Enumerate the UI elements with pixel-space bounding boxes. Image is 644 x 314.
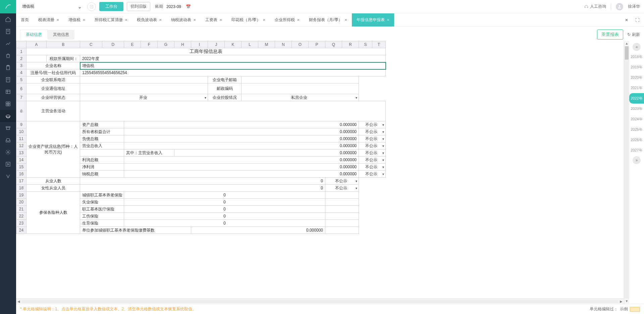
scroll-up-icon[interactable]: ▲ [624, 41, 629, 46]
tab-close-icon[interactable]: ✕ [159, 18, 162, 22]
spreadsheet[interactable]: ABCDEFGHIJKLMNOPQRST1工商年报信息表2税款所属期间：2022… [16, 41, 386, 234]
col-C[interactable]: C [80, 41, 102, 48]
tab-close-icon[interactable]: ✕ [344, 18, 347, 22]
row-12[interactable]: 12 [16, 142, 26, 149]
row-5[interactable]: 5 [16, 76, 26, 83]
col-B[interactable]: B [47, 41, 80, 48]
year-2020年[interactable]: 2020年 [629, 72, 644, 83]
vertical-scrollbar[interactable]: ▲ ▼ [624, 41, 629, 304]
nav-calc-icon[interactable] [0, 74, 16, 86]
workbench-button[interactable]: 工作台 [99, 2, 123, 11]
row-1[interactable]: 1 [16, 48, 26, 55]
row-14[interactable]: 14 [16, 156, 26, 164]
row-7[interactable]: 7 [16, 94, 26, 101]
row-11[interactable]: 11 [16, 135, 26, 142]
subtab-other[interactable]: 其他信息 [48, 30, 74, 40]
nav-archive-icon[interactable] [0, 122, 16, 134]
row-17[interactable]: 17 [16, 178, 26, 185]
col-L[interactable]: L [241, 41, 258, 48]
year-2019年[interactable]: 2019年 [629, 62, 644, 72]
year-2023年[interactable]: 2023年 [629, 104, 644, 114]
tab-close-icon[interactable]: ✕ [263, 18, 265, 22]
row-21[interactable]: 21 [16, 206, 26, 213]
row-19[interactable]: 19 [16, 192, 26, 199]
tab-首页[interactable]: 首页 [16, 13, 34, 26]
tab-所得税汇算清缴[interactable]: 所得税汇算清缴✕ [90, 13, 132, 26]
col-G[interactable]: G [158, 41, 174, 48]
cell-company-name[interactable]: 增值税 [80, 62, 386, 69]
nav-chart-icon[interactable] [0, 38, 16, 50]
col-Q[interactable]: Q [325, 41, 342, 48]
tab-close-icon[interactable]: ✕ [297, 18, 300, 22]
scroll-down-icon[interactable]: ▼ [624, 299, 629, 304]
nav-table-icon[interactable] [0, 86, 16, 98]
row-16[interactable]: 16 [16, 171, 26, 178]
col-J[interactable]: J [208, 41, 225, 48]
col-N[interactable]: N [275, 41, 292, 48]
col-D[interactable]: D [102, 41, 124, 48]
col-H[interactable]: H [174, 41, 191, 48]
company-select[interactable]: 增值税 ⌄ [20, 4, 84, 9]
row-22[interactable]: 22 [16, 213, 26, 220]
tab-财务报表（月/季）[interactable]: 财务报表（月/季）✕ [304, 13, 352, 26]
scroll-left-icon[interactable]: ◀ [16, 300, 21, 303]
tab-close-icon[interactable]: ✕ [193, 18, 196, 22]
nav-v-icon[interactable] [0, 170, 16, 182]
row-3[interactable]: 3 [16, 62, 26, 69]
tab-close-icon[interactable]: ✕ [56, 18, 59, 22]
row-24[interactable]: 24 [16, 227, 26, 234]
col-F[interactable]: F [141, 41, 158, 48]
note-icon-button[interactable] [87, 2, 96, 11]
nav-clipboard-icon[interactable] [0, 62, 16, 74]
year-2026年[interactable]: 2026年 [629, 135, 644, 145]
row-13[interactable]: 13 [16, 149, 26, 156]
nav-play-icon[interactable] [0, 158, 16, 170]
tab-工资表[interactable]: 工资表✕ [201, 13, 227, 26]
nav-bowl-icon[interactable] [0, 110, 16, 122]
year-2024年[interactable]: 2024年 [629, 114, 644, 124]
row-2[interactable]: 2 [16, 55, 26, 62]
col-E[interactable]: E [124, 41, 141, 48]
row-18[interactable]: 18 [16, 185, 26, 192]
tab-企业所得税[interactable]: 企业所得税✕ [270, 13, 304, 26]
tab-纳税波动表[interactable]: 纳税波动表✕ [166, 13, 201, 26]
row-6[interactable]: 6 [16, 83, 26, 94]
tab-close-icon[interactable]: ✕ [219, 18, 222, 22]
scroll-right-icon[interactable]: ▶ [619, 300, 624, 303]
avatar[interactable] [616, 3, 623, 10]
period-value[interactable]: 2023-09 [166, 4, 181, 9]
col-I[interactable]: I [191, 41, 208, 48]
row-15[interactable]: 15 [16, 164, 26, 171]
col-K[interactable]: K [225, 41, 241, 48]
tab-税负波动表[interactable]: 税负波动表✕ [132, 13, 166, 26]
row-4[interactable]: 4 [16, 69, 26, 76]
close-all-tabs[interactable]: ✕ [623, 16, 631, 24]
consult-link[interactable]: 人工咨询 [584, 4, 606, 9]
col-P[interactable]: P [309, 41, 325, 48]
horizontal-scrollbar[interactable]: ◀ ▶ [16, 299, 624, 304]
year-2021年[interactable]: 2021年 [629, 83, 644, 93]
nav-bag-icon[interactable] [0, 50, 16, 62]
tab-税表清册[interactable]: 税表清册✕ [34, 13, 64, 26]
col-T[interactable]: T [372, 41, 386, 48]
app-logo[interactable] [0, 0, 16, 13]
tab-close-icon[interactable]: ✕ [125, 18, 127, 22]
calendar-icon[interactable]: 📅 [186, 4, 191, 9]
tab-印花税（月/季）[interactable]: 印花税（月/季）✕ [227, 13, 270, 26]
switch-old-button[interactable]: 切到旧版 [127, 2, 150, 11]
nav-inbox-icon[interactable] [0, 134, 16, 146]
col-R[interactable]: R [342, 41, 359, 48]
row-10[interactable]: 10 [16, 128, 26, 135]
row-8[interactable]: 8 [16, 101, 26, 121]
reset-report-button[interactable]: 重置报表 [597, 29, 623, 40]
nav-home-icon[interactable] [0, 13, 16, 25]
subtab-basic[interactable]: 基础信息 [20, 29, 48, 40]
tab-年报信息申报表[interactable]: 年报信息申报表✕ [352, 13, 394, 26]
col-O[interactable]: O [292, 41, 309, 48]
tab-close-icon[interactable]: ✕ [387, 18, 389, 22]
year-2022年[interactable]: 2022年 [629, 93, 644, 104]
year-prev-icon[interactable]: « [633, 43, 641, 51]
col-M[interactable]: M [258, 41, 275, 48]
tab-close-icon[interactable]: ✕ [83, 18, 85, 22]
fullscreen-icon[interactable]: ⛶ [633, 16, 641, 24]
